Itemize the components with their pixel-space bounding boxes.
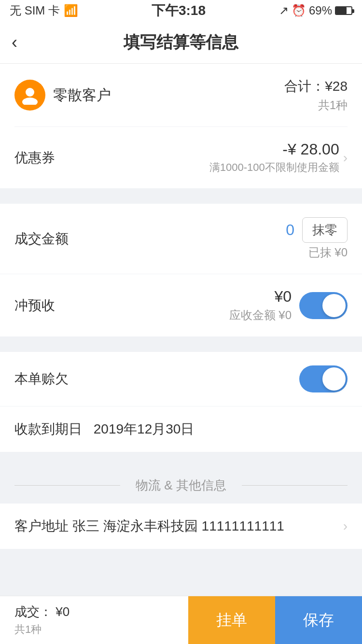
address-row[interactable]: 客户地址 张三 海淀永丰科技园 11111111111 › [0,504,362,549]
save-button[interactable]: 保存 [275,596,362,644]
battery-icon [335,6,352,15]
line-right [242,485,348,486]
coupon-desc: 满1000-100不限制使用金额 [209,160,339,175]
address-card: 客户地址 张三 海淀永丰科技园 11111111111 › [0,504,362,549]
debt-toggle-knob [322,367,346,391]
customer-name: 零散客户 [53,85,111,105]
transaction-amount-row: 成交金额 0 抹零 已抹 ¥0 [0,204,362,274]
address-label: 客户地址 [14,517,72,535]
total-count: 共1种 [284,98,348,113]
alarm-icon: ⏰ [292,4,306,17]
transaction-card: 成交金额 0 抹零 已抹 ¥0 冲预收 ¥0 应收金额 ¥0 [0,204,362,336]
section-gap-1 [0,196,362,204]
transaction-amount-right: 0 抹零 [275,217,348,243]
hang-button[interactable]: 挂单 [188,596,275,644]
address-value: 张三 海淀永丰科技园 11111111111 [72,517,339,535]
page-title: 填写结算等信息 [124,31,238,54]
location-icon: ↗ [279,4,289,17]
prepayment-amount: ¥0 [229,288,292,306]
due-date-label: 收款到期日 [14,421,82,436]
avatar-person-icon [20,85,40,105]
bottom-summary-bottom: 共1种 [14,622,174,637]
transaction-amount-label: 成交金额 [14,230,69,248]
battery-percent: 69% [309,4,332,17]
status-right: ↗ ⏰ 69% [279,4,352,17]
back-button[interactable]: ‹ [12,32,17,53]
status-left: 无 SIM 卡 📶 [10,3,78,18]
svg-point-0 [26,88,34,97]
due-date-value: 2019年12月30日 [94,421,195,436]
prepayment-toggle[interactable] [299,292,348,319]
customer-summary: 合计：¥28 共1种 [284,77,348,113]
coupon-amount: -¥ 28.00 [209,140,339,158]
line-left [14,485,120,486]
svg-point-1 [22,98,38,105]
due-date-row: 收款到期日 2019年12月30日 [0,406,362,452]
address-chevron-icon: › [343,518,348,534]
bottom-bar: 成交： ¥0 共1种 挂单 保存 [0,596,362,644]
wifi-icon: 📶 [64,4,78,17]
avatar [14,80,45,111]
coupon-label: 优惠券 [14,149,55,167]
bottom-summary-top: 成交： ¥0 [14,603,174,620]
coupon-row[interactable]: 优惠券 -¥ 28.00 满1000-100不限制使用金额 › [0,127,362,188]
chevron-right-icon: › [343,150,348,166]
debt-toggle[interactable] [299,365,348,392]
rounded-text: 已抹 ¥0 [275,245,348,260]
logistics-header: 物流 & 其他信息 [0,467,362,504]
section-gap-2 [0,344,362,352]
customer-card: 零散客户 合计：¥28 共1种 优惠券 -¥ 28.00 满1000-100不限… [0,64,362,188]
carrier-text: 无 SIM 卡 [10,3,60,18]
logistics-label: 物流 & 其他信息 [128,477,234,494]
prepayment-amounts: ¥0 应收金额 ¥0 [229,288,292,323]
section-gap-3 [0,460,362,467]
debt-card: 本单赊欠 收款到期日 2019年12月30日 [0,352,362,452]
customer-left: 零散客户 [14,80,111,111]
nav-bar: ‹ 填写结算等信息 [0,21,362,64]
total-amount: 合计：¥28 [284,77,348,96]
coupon-right: -¥ 28.00 满1000-100不限制使用金额 › [209,140,348,175]
prepayment-right: ¥0 应收金额 ¥0 [229,288,348,323]
prepayment-label: 冲预收 [14,296,55,315]
debt-label: 本单赊欠 [14,370,69,388]
coupon-value-block: -¥ 28.00 满1000-100不限制使用金额 [209,140,339,175]
toggle-knob [322,294,346,317]
customer-row: 零散客户 合计：¥28 共1种 [0,64,362,126]
debt-row: 本单赊欠 [0,352,362,406]
transaction-amount-value[interactable]: 0 [275,221,294,239]
status-bar: 无 SIM 卡 📶 下午3:18 ↗ ⏰ 69% [0,0,362,21]
prepayment-receivable: 应收金额 ¥0 [229,308,292,323]
round-zero-button[interactable]: 抹零 [302,217,348,243]
status-time: 下午3:18 [152,1,206,20]
prepayment-row: 冲预收 ¥0 应收金额 ¥0 [0,274,362,336]
bottom-summary: 成交： ¥0 共1种 [0,596,188,644]
